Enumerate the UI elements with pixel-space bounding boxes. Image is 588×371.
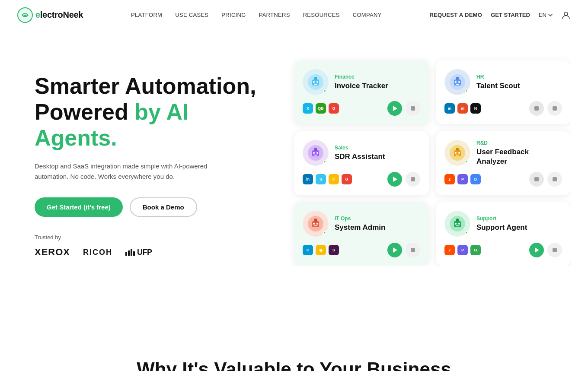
trusted-label: Trusted by <box>35 234 268 241</box>
avatar-online-dot <box>465 160 469 165</box>
avatar-sales <box>303 140 329 166</box>
hero-right: Finance Invoice Tracker X QB G <box>268 56 571 266</box>
svg-point-10 <box>455 81 457 83</box>
hero-description: Desktop and SaaS integration made simple… <box>35 161 242 182</box>
user-icon[interactable] <box>561 10 571 20</box>
hero-buttons: Get Started (it's free) Book a Demo <box>35 197 268 217</box>
get-started-button[interactable]: Get Started (it's free) <box>35 197 123 217</box>
avatar-support <box>444 211 470 237</box>
nav-resources[interactable]: RESOURCES <box>303 12 340 18</box>
quickbooks-icon: QB <box>316 103 326 114</box>
nav-platform[interactable]: PLATFORM <box>131 12 162 18</box>
card-category-hr: HR <box>476 74 562 80</box>
card-name-support: Support Agent <box>476 223 562 232</box>
nav-pricing[interactable]: PRICING <box>221 12 246 18</box>
linkedin-icon: in <box>303 174 313 184</box>
card-name-sales: SDR Assistant <box>335 152 420 161</box>
svg-point-34 <box>455 223 457 225</box>
svg-point-23 <box>458 152 460 154</box>
svg-rect-6 <box>314 84 317 85</box>
svg-point-11 <box>458 81 460 83</box>
linkedin-icon: in <box>444 103 455 114</box>
play-button[interactable] <box>529 243 544 257</box>
avatar-rd <box>444 140 470 166</box>
svg-rect-37 <box>456 219 459 222</box>
why-title: Why It's Valuable to Your Business <box>17 358 571 371</box>
card-category-rd: R&D <box>476 140 562 146</box>
card-name-rd: User FeedbackAnalyzer <box>476 147 562 166</box>
request-demo-link[interactable]: REQUEST A DEMO <box>429 12 482 18</box>
avatar-online-dot <box>323 160 327 165</box>
ufp-logo: UFP <box>125 248 152 257</box>
svg-rect-25 <box>456 148 459 151</box>
logo-icon <box>17 7 33 23</box>
svg-rect-18 <box>314 155 317 155</box>
agent-card-it-sysadmin: IT Ops System Admin C ◉ S <box>294 202 429 266</box>
nav-company[interactable]: COMPANY <box>353 12 382 18</box>
nav-partners[interactable]: PARTNERS <box>259 12 290 18</box>
slack-icon: S <box>329 245 339 255</box>
nav-use-cases[interactable]: USE CASES <box>175 12 208 18</box>
svg-rect-19 <box>314 148 317 151</box>
agent-cards-grid: Finance Invoice Tracker X QB G <box>294 60 571 266</box>
svg-point-17 <box>316 152 318 154</box>
slack-icon: S <box>316 174 326 184</box>
avatar-it <box>303 211 329 237</box>
logo[interactable]: electroNeek <box>17 7 83 23</box>
stop-button[interactable] <box>406 101 420 116</box>
agent-card-finance-invoice: Finance Invoice Tracker X QB G <box>294 60 429 124</box>
pause-button[interactable] <box>529 101 544 116</box>
avatar-online-dot <box>323 231 327 235</box>
card-controls <box>387 172 420 187</box>
agent-card-rd-feedback: R&D User FeedbackAnalyzer Z P D <box>436 131 571 195</box>
svg-point-29 <box>316 223 318 225</box>
svg-point-4 <box>313 81 315 83</box>
card-category-it: IT Ops <box>335 216 420 222</box>
card-controls <box>529 243 562 257</box>
navbar: electroNeek PLATFORM USE CASES PRICING P… <box>0 0 588 30</box>
svg-point-1 <box>564 12 568 16</box>
why-section: Why It's Valuable to Your Business Make … <box>0 324 588 371</box>
stop-button[interactable] <box>406 172 420 187</box>
card-name-it: System Admin <box>335 223 420 232</box>
card-controls <box>529 172 562 187</box>
logo-text: electroNeek <box>35 10 83 20</box>
language-selector[interactable]: EN <box>539 12 553 18</box>
xero-icon: X <box>303 103 313 114</box>
hero-section: Smarter Automation, Powered by AI Agents… <box>0 30 588 324</box>
xerox-logo: XEROX <box>35 247 70 258</box>
zapier-icon: Z <box>444 245 455 255</box>
monday-icon: m <box>457 103 468 114</box>
svg-rect-36 <box>456 225 459 226</box>
svg-rect-13 <box>456 77 459 80</box>
card-controls <box>387 243 420 257</box>
trusted-by-section: Trusted by XEROX RICOH UFP <box>35 234 268 258</box>
zapier-icon: Z <box>444 174 455 184</box>
avatar-finance <box>303 69 329 95</box>
svg-rect-31 <box>314 219 317 222</box>
hero-left: Smarter Automation, Powered by AI Agents… <box>35 56 268 258</box>
card-app-icons: Z P G <box>444 245 481 255</box>
play-button[interactable] <box>387 243 402 257</box>
svg-point-5 <box>316 81 318 83</box>
card-controls <box>387 101 420 116</box>
avatar-online-dot <box>465 89 469 94</box>
card-category-support: Support <box>476 216 562 222</box>
stop-button[interactable] <box>547 101 562 116</box>
gmail-icon: G <box>329 103 339 114</box>
nav-actions: REQUEST A DEMO GET STARTED EN <box>429 10 571 20</box>
pause-button[interactable] <box>529 172 544 187</box>
play-button[interactable] <box>387 101 402 116</box>
citrix-icon: C <box>303 245 313 255</box>
play-button[interactable] <box>387 172 402 187</box>
card-controls <box>529 101 562 116</box>
get-started-link[interactable]: GET STARTED <box>491 12 530 18</box>
stop-button[interactable] <box>406 243 420 257</box>
svg-rect-12 <box>456 84 459 85</box>
avatar-online-dot <box>323 89 327 94</box>
pitch-icon: P <box>457 245 468 255</box>
stop-button[interactable] <box>547 243 562 257</box>
book-demo-button[interactable]: Book a Demo <box>130 197 197 217</box>
stop-button[interactable] <box>547 172 562 187</box>
pitch-icon: P <box>457 174 468 184</box>
